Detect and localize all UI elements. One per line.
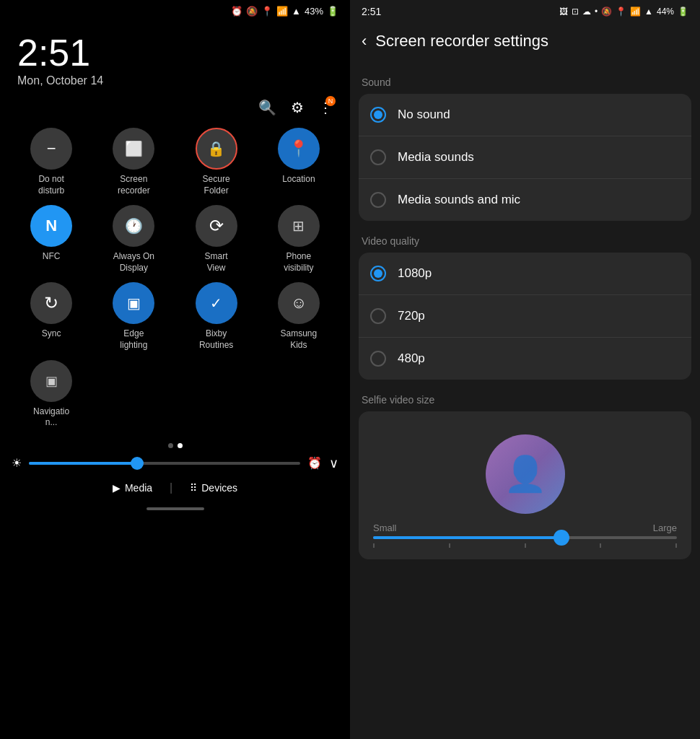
- battery-icon-left: 🔋: [327, 6, 338, 17]
- 720p-radio[interactable]: [370, 308, 386, 324]
- screen-recorder-label: Screenrecorder: [118, 174, 150, 196]
- tile-phone-visibility[interactable]: ⊞ Phonevisibility: [262, 205, 336, 274]
- cloud-icon: ☁: [582, 6, 591, 17]
- quick-tiles-grid: − Do notdisturb ⬜ Screenrecorder 🔒 Secur…: [0, 122, 350, 434]
- tile-bixby-routines[interactable]: ✓ BixbyRoutines: [180, 282, 253, 351]
- avatar-person-icon: 👤: [504, 454, 547, 494]
- selfie-slider-fill: [373, 536, 561, 539]
- status-time-right: 2:51: [362, 6, 381, 17]
- tile-sync[interactable]: ↻ Sync: [14, 282, 88, 351]
- 480p-radio[interactable]: [370, 351, 386, 367]
- media-sounds-option[interactable]: Media sounds: [359, 136, 691, 179]
- mute-icon: 🔕: [246, 6, 258, 17]
- expand-icon[interactable]: ∨: [329, 455, 338, 471]
- avatar-container: 👤: [370, 423, 680, 522]
- wifi-icon-right: 📶: [630, 6, 641, 17]
- media-sounds-radio[interactable]: [370, 149, 386, 165]
- battery-text-right: 44%: [657, 6, 674, 17]
- alarm-icon: ⏰: [231, 6, 242, 17]
- do-not-disturb-label: Do notdisturb: [38, 174, 64, 196]
- 1080p-radio[interactable]: [370, 266, 386, 281]
- screen-recorder-icon: ⬜: [113, 128, 154, 170]
- 1080p-radio-inner: [374, 269, 382, 278]
- location-icon-right: 📍: [616, 6, 626, 17]
- tile-smart-view[interactable]: ⟳ SmartView: [180, 205, 253, 274]
- media-sounds-mic-option[interactable]: Media sounds and mic: [359, 179, 691, 221]
- tile-navigation[interactable]: ▣ Navigation...: [14, 360, 88, 429]
- status-icons-right: 🖼 ⊡ ☁ • 🔕 📍 📶 ▲ 44% 🔋: [559, 6, 688, 17]
- large-label: Large: [653, 522, 677, 533]
- 480p-label: 480p: [398, 351, 425, 366]
- media-play-icon: ▶: [113, 482, 121, 494]
- status-icons-left: ⏰ 🔕 📍 📶 ▲ 43% 🔋: [231, 6, 338, 17]
- selfie-slider-thumb[interactable]: [554, 530, 569, 546]
- dot-1: [168, 443, 173, 448]
- 720p-label: 720p: [398, 309, 425, 323]
- status-bar-right: 2:51 🖼 ⊡ ☁ • 🔕 📍 📶 ▲ 44% 🔋: [350, 0, 700, 23]
- status-bar-left: ⏰ 🔕 📍 📶 ▲ 43% 🔋: [0, 0, 350, 22]
- tile-samsung-kids[interactable]: ☺ SamsungKids: [262, 282, 336, 351]
- 1080p-option[interactable]: 1080p: [359, 253, 691, 295]
- page-title: Screen recorder settings: [375, 32, 548, 51]
- edge-lighting-icon: ▣: [113, 282, 154, 324]
- video-quality-options-card: 1080p 720p 480p: [359, 253, 691, 380]
- samsung-kids-icon: ☺: [278, 282, 320, 324]
- navigation-label: Navigation...: [33, 406, 69, 429]
- datetime-section: 2:51 Mon, October 14: [0, 22, 350, 93]
- more-options-icon[interactable]: ⋮ N: [318, 99, 333, 116]
- sound-options-card: No sound Media sounds Media sounds and m…: [359, 94, 691, 221]
- avatar-circle: 👤: [486, 434, 565, 514]
- nfc-icon: N: [30, 205, 72, 247]
- no-sound-label: No sound: [398, 108, 450, 122]
- tick-1: [373, 543, 375, 548]
- no-sound-radio[interactable]: [370, 107, 386, 123]
- battery-percent-left: 43%: [305, 6, 323, 17]
- media-label: Media: [125, 482, 152, 494]
- no-sound-option[interactable]: No sound: [359, 94, 691, 136]
- mute-icon-right: 🔕: [601, 6, 612, 17]
- search-icon[interactable]: 🔍: [258, 99, 276, 116]
- media-sounds-mic-radio[interactable]: [370, 192, 386, 208]
- brightness-slider-fill: [29, 462, 137, 465]
- page-dots: [0, 443, 350, 448]
- always-on-display-label: Always OnDisplay: [113, 251, 154, 274]
- tile-nfc[interactable]: N NFC: [14, 205, 88, 274]
- back-button[interactable]: ‹: [362, 32, 367, 51]
- photo-icon: 🖼: [559, 6, 568, 17]
- brightness-slider-track[interactable]: [29, 462, 300, 465]
- settings-icon[interactable]: ⚙: [291, 99, 304, 116]
- brightness-icon: ☀: [12, 456, 22, 470]
- selfie-slider-track[interactable]: [373, 536, 677, 539]
- navigation-icon: ▣: [30, 360, 72, 402]
- selfie-tick-marks: [370, 542, 680, 548]
- location-status-icon: 📍: [261, 6, 273, 17]
- media-button[interactable]: ▶ Media: [113, 482, 152, 494]
- date-display: Mon, October 14: [17, 74, 333, 87]
- media-sounds-label: Media sounds: [398, 150, 474, 165]
- devices-button[interactable]: ⠿ Devices: [190, 482, 237, 494]
- sync-label: Sync: [42, 328, 61, 340]
- tile-do-not-disturb[interactable]: − Do notdisturb: [14, 128, 88, 196]
- phone-visibility-icon: ⊞: [278, 205, 320, 247]
- brightness-slider-thumb[interactable]: [131, 457, 144, 470]
- tile-screen-recorder[interactable]: ⬜ Screenrecorder: [97, 128, 170, 196]
- brightness-bar: ☀ ⏰ ∨: [0, 452, 350, 474]
- location-label: Location: [282, 174, 315, 185]
- screen-icon: ⊡: [572, 6, 579, 17]
- 720p-option[interactable]: 720p: [359, 295, 691, 338]
- top-actions: 🔍 ⚙ ⋮ N: [0, 93, 350, 122]
- always-on-display-icon: 🕐: [113, 205, 154, 247]
- sync-icon: ↻: [30, 282, 72, 324]
- bixby-routines-label: BixbyRoutines: [199, 328, 233, 351]
- tile-location[interactable]: 📍 Location: [262, 128, 336, 196]
- smart-view-icon: ⟳: [196, 205, 237, 247]
- smart-view-label: SmartView: [205, 251, 228, 274]
- tile-secure-folder[interactable]: 🔒 SecureFolder: [180, 128, 253, 196]
- dot-2: [178, 443, 183, 448]
- 480p-option[interactable]: 480p: [359, 338, 691, 380]
- tile-edge-lighting[interactable]: ▣ Edgelighting: [97, 282, 170, 351]
- signal-icon-right: ▲: [644, 6, 653, 17]
- tick-4: [600, 543, 601, 548]
- tile-always-on-display[interactable]: 🕐 Always OnDisplay: [97, 205, 170, 274]
- samsung-kids-label: SamsungKids: [281, 328, 318, 351]
